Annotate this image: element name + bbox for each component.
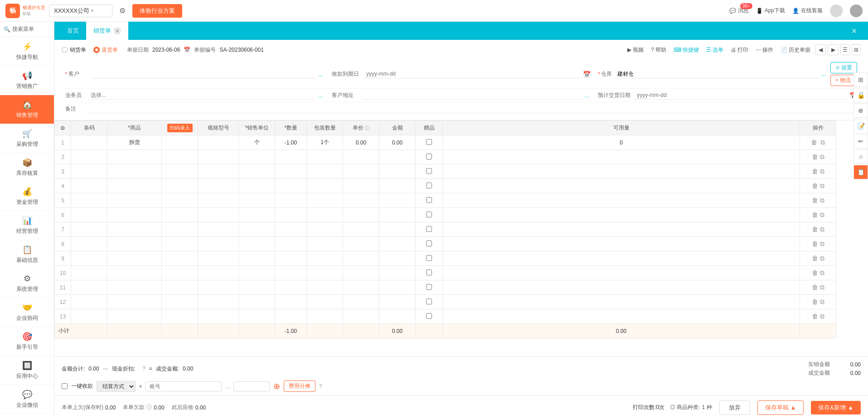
add-payment-btn[interactable]: ⊕ <box>273 381 280 391</box>
list-view-btn[interactable]: ☰ <box>840 44 850 55</box>
due-date-cal-icon[interactable]: 📅 <box>583 71 591 78</box>
date-calendar-icon[interactable]: 📅 <box>184 47 190 53</box>
close-tab-icon[interactable]: × <box>114 27 121 34</box>
experience-button[interactable]: 体验行业方案 <box>132 4 182 18</box>
a7[interactable] <box>379 222 416 237</box>
sidebar-search[interactable]: 🔍 搜索菜单 <box>0 22 54 37</box>
customer-input[interactable] <box>91 70 316 78</box>
float-btn-3[interactable]: ⊕ <box>853 103 868 118</box>
q10[interactable] <box>275 266 307 280</box>
q12[interactable] <box>275 295 307 309</box>
online-service-action[interactable]: 👤 在线客服 <box>792 7 823 14</box>
sidebar-item-system[interactable]: ⚙ 系统管理 <box>0 269 54 298</box>
gift-1[interactable] <box>416 135 443 150</box>
q8[interactable] <box>275 237 307 251</box>
cp-11[interactable]: ⧉ <box>819 283 825 292</box>
u8[interactable] <box>239 237 275 251</box>
nav-next-btn[interactable]: ▶ <box>828 44 839 55</box>
help-btn[interactable]: ? 帮助 <box>648 45 669 55</box>
settle-method-select[interactable]: 结算方式 <box>97 381 136 392</box>
pr13[interactable] <box>343 309 379 324</box>
gift-11[interactable] <box>416 280 443 295</box>
float-btn-6[interactable]: ☆ <box>853 149 868 164</box>
note-input[interactable] <box>88 105 857 113</box>
del-11[interactable]: 🗑 <box>811 283 819 292</box>
a8[interactable] <box>379 237 416 251</box>
u7[interactable] <box>239 222 275 237</box>
cp-2[interactable]: ⧉ <box>819 152 825 162</box>
barcode-2[interactable] <box>71 150 107 164</box>
customer-more-btn[interactable]: ... <box>316 71 325 77</box>
q11[interactable] <box>275 280 307 295</box>
del-13[interactable]: 🗑 <box>811 312 819 321</box>
a10[interactable] <box>379 266 416 280</box>
header-close-icon[interactable]: ✕ <box>846 27 863 35</box>
float-btn-1[interactable]: ⊞ <box>853 72 868 87</box>
a6[interactable] <box>379 208 416 222</box>
cp-13[interactable]: ⧉ <box>819 312 825 321</box>
pr8[interactable] <box>343 237 379 251</box>
pack-qty-1[interactable]: 1个 <box>307 135 343 150</box>
sp7[interactable] <box>198 222 239 237</box>
sidebar-item-sales[interactable]: 🏠 销售管理 <box>0 95 54 124</box>
product-3[interactable] <box>107 164 162 179</box>
gift-3[interactable] <box>416 164 443 179</box>
q4[interactable] <box>275 179 307 193</box>
sidebar-item-purchase[interactable]: 🛒 采购管理 <box>0 124 54 153</box>
delivery-date-input[interactable] <box>634 91 849 100</box>
save-draft-button[interactable]: 保存草稿 ▲ <box>757 400 804 415</box>
account-input[interactable] <box>145 381 222 391</box>
sidebar-item-operation[interactable]: 📊 经营管理 <box>0 211 54 240</box>
customer-address-input[interactable] <box>364 91 583 100</box>
operation-btn[interactable]: ⋯ 操作 <box>753 45 776 55</box>
gift-8[interactable] <box>416 237 443 251</box>
sidebar-item-quick-nav[interactable]: ⚡ 快捷导航 <box>0 37 54 66</box>
grid-view-btn[interactable]: ⊞ <box>852 44 861 55</box>
pq4[interactable] <box>307 179 343 193</box>
app-download-action[interactable]: 📱 App下载 <box>756 7 785 14</box>
sp9[interactable] <box>198 251 239 266</box>
b6[interactable] <box>71 208 107 222</box>
qty-3[interactable] <box>275 164 307 179</box>
address-more-btn[interactable]: ... <box>582 92 591 99</box>
pr9[interactable] <box>343 251 379 266</box>
gift-5[interactable] <box>416 193 443 208</box>
discard-button[interactable]: 放弃 <box>719 400 750 415</box>
cp-3[interactable]: ⧉ <box>819 167 825 176</box>
sp13[interactable] <box>198 309 239 324</box>
float-btn-2[interactable]: 🔒 <box>853 88 868 102</box>
p6[interactable] <box>107 208 162 222</box>
sidebar-item-inventory[interactable]: 📦 库存核算 <box>0 153 54 182</box>
tab-sales-order[interactable]: 销货单 × <box>86 22 128 40</box>
gift-4[interactable] <box>416 179 443 193</box>
avatar[interactable] <box>830 5 843 17</box>
p11[interactable] <box>107 280 162 295</box>
pr12[interactable] <box>343 295 379 309</box>
q9[interactable] <box>275 251 307 266</box>
unit-2[interactable] <box>239 150 275 164</box>
barcode-3[interactable] <box>71 164 107 179</box>
account-more-btn[interactable]: ... <box>225 383 230 390</box>
cp-6[interactable]: ⧉ <box>819 210 825 220</box>
video-btn[interactable]: ▶ 视频 <box>625 45 646 55</box>
unit-price-1[interactable]: 0.00 <box>343 135 379 150</box>
pq12[interactable] <box>307 295 343 309</box>
message-action[interactable]: 💬 消息 99+ <box>729 7 749 14</box>
p10[interactable] <box>107 266 162 280</box>
pq10[interactable] <box>307 266 343 280</box>
tab-home[interactable]: 首页 <box>60 22 86 40</box>
b9[interactable] <box>71 251 107 266</box>
sidebar-item-guide[interactable]: 🎯 新手引导 <box>0 327 54 356</box>
gift-10[interactable] <box>416 266 443 280</box>
copy-btn-1[interactable]: ⧉ <box>820 138 826 147</box>
sp5[interactable] <box>198 193 239 208</box>
payment-help-icon[interactable]: ? <box>319 383 322 390</box>
print-btn[interactable]: 🖨 打印 <box>728 45 751 55</box>
float-btn-orange[interactable]: 📋 <box>853 165 868 179</box>
price-3[interactable] <box>343 164 379 179</box>
gift-12[interactable] <box>416 295 443 309</box>
sidebar-item-apps[interactable]: 🔲 应用中心 <box>0 356 54 385</box>
shortcut-btn[interactable]: ⌨ 快捷键 <box>671 45 702 55</box>
sidebar-item-enterprise[interactable]: 🤝 企业协同 <box>0 298 54 327</box>
b13[interactable] <box>71 309 107 324</box>
